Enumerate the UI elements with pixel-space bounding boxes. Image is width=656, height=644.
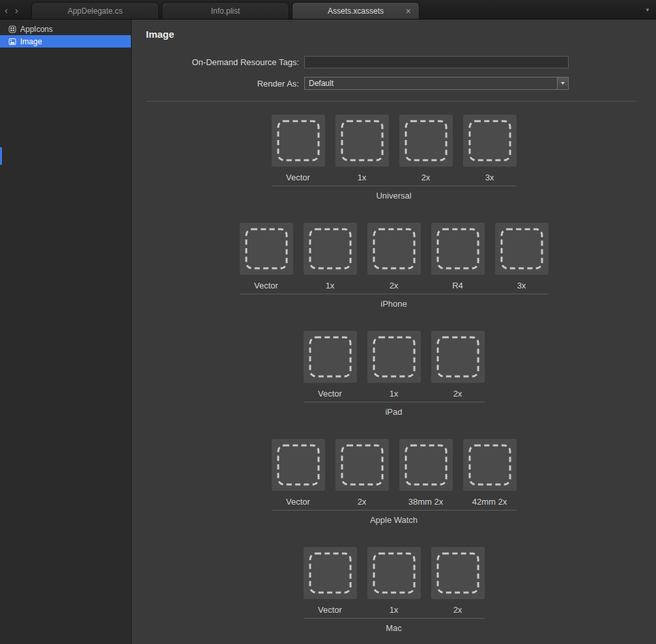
focus-sliver: [0, 147, 2, 165]
well-cell-ipad-vector: Vector: [304, 331, 357, 399]
image-well-ipad-1x[interactable]: [367, 331, 421, 383]
wells-row: Vector2x38mm 2x42mm 2x: [272, 439, 517, 511]
well-scale-label: 42mm 2x: [472, 497, 507, 507]
resource-tags-input[interactable]: [304, 56, 569, 68]
dashed-drop-outline: [500, 228, 543, 270]
image-well-iphone-r4[interactable]: [431, 223, 485, 275]
appicons-icon: [8, 25, 16, 33]
dashed-drop-outline: [277, 444, 320, 486]
image-well-apple-watch-38mm-2x[interactable]: [399, 439, 453, 491]
combo-dropdown-button[interactable]: [557, 77, 568, 89]
dashed-drop-outline: [245, 228, 288, 270]
section-divider: [146, 101, 636, 102]
image-well-universal-1x[interactable]: [335, 115, 389, 167]
close-icon[interactable]: ×: [406, 7, 411, 16]
well-cell-mac-2x: 2x: [431, 547, 485, 615]
well-cell-ipad-1x: 1x: [367, 331, 421, 399]
image-well-ipad-vector[interactable]: [304, 331, 357, 383]
well-scale-label: 38mm 2x: [408, 497, 443, 507]
render-as-row: Render As: Default: [132, 77, 656, 90]
well-scale-label: 1x: [390, 389, 399, 399]
well-scale-label: 2x: [358, 497, 367, 507]
well-cell-apple-watch-2x: 2x: [335, 439, 389, 507]
page-title: Image: [146, 29, 656, 40]
image-well-universal-vector[interactable]: [272, 115, 325, 167]
nav-arrows: ‹ ›: [5, 0, 18, 20]
forward-button[interactable]: ›: [15, 5, 18, 15]
chevron-down-icon: [561, 82, 565, 85]
group-name: Apple Watch: [272, 515, 517, 525]
resource-tags-label: On-Demand Resource Tags:: [132, 57, 299, 67]
image-set-group-mac: Vector1x2xMac: [304, 547, 485, 633]
sidebar-item-label: Image: [20, 37, 42, 46]
well-scale-label: Vector: [318, 389, 342, 399]
well-scale-label: 1x: [326, 281, 335, 290]
render-as-value: Default: [309, 79, 334, 88]
asset-form: On-Demand Resource Tags: Render As: Defa…: [132, 56, 656, 90]
workspace-body: AppIconsImage Image On-Demand Resource T…: [0, 20, 656, 644]
asset-editor-pane: Image On-Demand Resource Tags: Render As…: [132, 20, 656, 644]
dashed-drop-outline: [468, 444, 511, 486]
image-well-apple-watch-42mm-2x[interactable]: [463, 439, 517, 491]
well-scale-label: Vector: [254, 281, 278, 290]
well-cell-universal-1x: 1x: [335, 115, 389, 182]
sidebar-item-label: AppIcons: [20, 25, 53, 34]
well-cell-universal-vector: Vector: [272, 115, 325, 182]
dashed-drop-outline: [341, 444, 384, 486]
image-well-mac-2x[interactable]: [431, 547, 485, 599]
image-well-universal-2x[interactable]: [399, 115, 453, 167]
image-well-apple-watch-vector[interactable]: [272, 439, 325, 491]
resource-tags-row: On-Demand Resource Tags:: [132, 56, 656, 68]
dashed-drop-outline: [373, 336, 416, 378]
image-well-mac-1x[interactable]: [367, 547, 421, 599]
image-well-iphone-1x[interactable]: [304, 223, 357, 275]
image-well-iphone-2x[interactable]: [367, 223, 421, 275]
tab-assets-xcassets[interactable]: Assets.xcassets×: [292, 2, 420, 19]
image-well-iphone-3x[interactable]: [495, 223, 549, 275]
well-cell-ipad-2x: 2x: [431, 331, 485, 399]
image-set-group-ipad: Vector1x2xiPad: [304, 331, 485, 417]
sidebar-item-image[interactable]: Image: [0, 35, 131, 48]
well-cell-universal-2x: 2x: [399, 115, 453, 182]
well-scale-label: Vector: [318, 605, 342, 615]
well-scale-label: R4: [452, 281, 463, 290]
dashed-drop-outline: [373, 228, 416, 270]
wells-row: Vector1x2x: [304, 547, 485, 619]
tab-bar: ‹ › AppDelegate.csInfo.plistAssets.xcass…: [0, 0, 656, 20]
image-well-mac-vector[interactable]: [304, 547, 357, 599]
tab-label: Assets.xcassets: [328, 7, 384, 16]
render-as-label: Render As:: [132, 79, 299, 89]
well-scale-label: 1x: [358, 173, 367, 182]
tab-overflow-button[interactable]: ▼: [645, 7, 650, 13]
sidebar-item-appicons[interactable]: AppIcons: [0, 23, 131, 35]
image-set-group-iphone: Vector1x2xR43xiPhone: [240, 223, 549, 309]
image-well-ipad-2x[interactable]: [431, 331, 485, 383]
well-cell-iphone-3x: 3x: [495, 223, 549, 290]
group-name: iPad: [304, 407, 485, 417]
wells-row: Vector1x2xR43x: [240, 223, 549, 294]
dashed-drop-outline: [341, 120, 384, 161]
wells-row: Vector1x2x3x: [272, 115, 517, 186]
well-scale-label: 1x: [390, 605, 399, 615]
well-cell-iphone-r4: R4: [431, 223, 485, 290]
image-set-group-apple-watch: Vector2x38mm 2x42mm 2xApple Watch: [272, 439, 517, 525]
well-cell-mac-vector: Vector: [304, 547, 357, 615]
image-well-apple-watch-2x[interactable]: [335, 439, 389, 491]
well-scale-label: Vector: [286, 497, 310, 507]
group-name: Mac: [304, 623, 485, 633]
image-well-universal-3x[interactable]: [463, 115, 517, 167]
well-cell-iphone-1x: 1x: [304, 223, 357, 290]
dashed-drop-outline: [277, 120, 320, 161]
back-button[interactable]: ‹: [5, 5, 8, 15]
well-scale-label: Vector: [286, 173, 310, 182]
well-scale-label: 3x: [517, 281, 526, 290]
tab-info-plist[interactable]: Info.plist: [162, 2, 289, 19]
dashed-drop-outline: [309, 552, 352, 594]
dashed-drop-outline: [468, 120, 511, 161]
image-well-iphone-vector[interactable]: [240, 223, 293, 275]
tab-appdelegate-cs[interactable]: AppDelegate.cs: [31, 2, 159, 19]
dashed-drop-outline: [405, 120, 448, 161]
well-scale-label: 3x: [485, 173, 494, 182]
render-as-combo[interactable]: Default: [304, 77, 569, 90]
document-tabs: AppDelegate.csInfo.plistAssets.xcassets×: [31, 2, 422, 19]
